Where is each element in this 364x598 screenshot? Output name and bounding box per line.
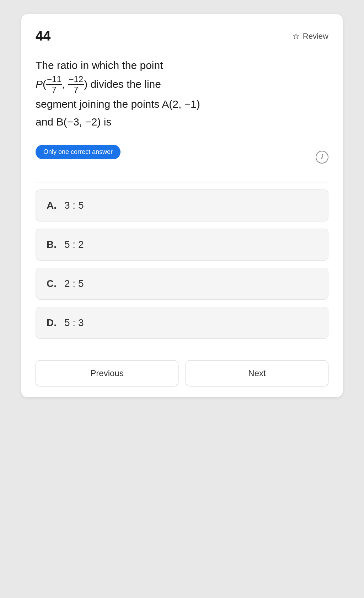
question-card: 44 ☆ Review The ratio in which the point… <box>21 14 343 397</box>
option-b[interactable]: B. 5 : 2 <box>36 229 328 261</box>
fraction1: −117 <box>46 78 62 90</box>
review-button[interactable]: ☆ Review <box>292 31 328 41</box>
option-b-value: 5 : 2 <box>64 239 84 250</box>
option-a[interactable]: A. 3 : 5 <box>36 189 328 221</box>
divider <box>36 182 328 182</box>
comma: , <box>62 78 68 90</box>
question-text-part1: The ratio in which the point <box>36 59 163 71</box>
question-text-part3: segment joining the points A(2, −1) <box>36 98 200 110</box>
badge-row: Only one correct answer i <box>36 145 328 171</box>
question-text-part2: divides the line <box>90 78 161 90</box>
point-label: P <box>36 78 43 90</box>
option-a-letter: A. <box>47 200 57 211</box>
info-icon-label: i <box>321 153 323 161</box>
option-c[interactable]: C. 2 : 5 <box>36 268 328 300</box>
info-icon[interactable]: i <box>316 151 328 164</box>
option-b-letter: B. <box>47 239 57 250</box>
option-d-letter: D. <box>47 317 57 329</box>
fraction2: −127 <box>68 78 84 90</box>
previous-button[interactable]: Previous <box>36 360 178 386</box>
options-list: A. 3 : 5 B. 5 : 2 C. 2 : 5 D. 5 : 3 <box>36 189 328 339</box>
answer-type-badge: Only one correct answer <box>36 145 121 159</box>
option-d-value: 5 : 3 <box>64 317 84 329</box>
star-icon: ☆ <box>292 31 300 41</box>
footer-buttons: Previous Next <box>36 360 328 386</box>
paren-open: ( <box>43 78 46 90</box>
question-number: 44 <box>36 28 50 44</box>
review-label: Review <box>303 32 328 41</box>
phone-container: 44 ☆ Review The ratio in which the point… <box>0 0 364 598</box>
header: 44 ☆ Review <box>36 28 328 44</box>
option-d[interactable]: D. 5 : 3 <box>36 307 328 339</box>
question-text-part4: and B(−3, −2) is <box>36 116 111 128</box>
question-text: The ratio in which the point P(−117, −12… <box>36 57 328 130</box>
paren-close: ) <box>84 78 87 90</box>
option-c-value: 2 : 5 <box>64 278 84 289</box>
option-a-value: 3 : 5 <box>64 200 84 211</box>
option-c-letter: C. <box>47 278 57 289</box>
next-button[interactable]: Next <box>186 360 328 386</box>
